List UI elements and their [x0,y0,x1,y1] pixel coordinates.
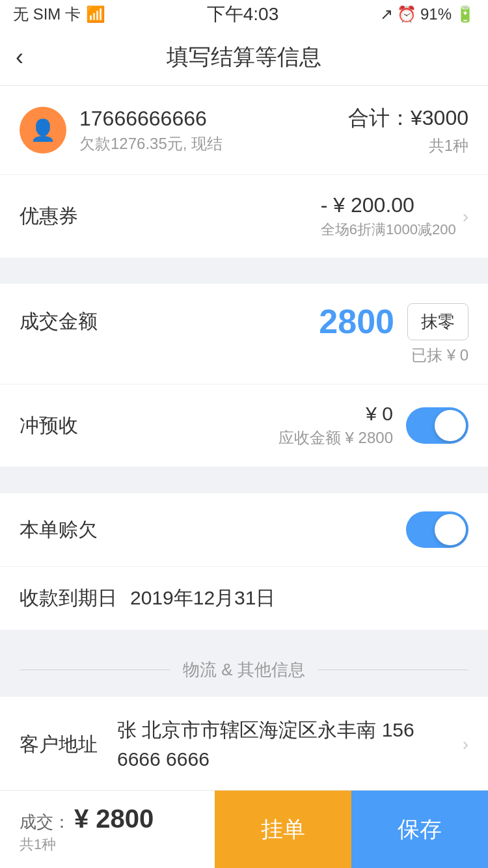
amount-sub: 已抹 ¥ 0 [20,345,468,366]
address-label: 客户地址 [20,731,98,758]
footer: 成交： ¥ 2800 共1种 挂单 保存 [0,790,488,868]
separator-2 [0,480,488,493]
debt-section: 本单赊欠 收款到期日 2019年12月31日 [0,493,488,630]
sep-line-left [20,670,170,670]
battery-icon: 🔋 [455,5,475,23]
debt-toggle-knob [435,514,466,545]
prereceive-row: 冲预收 ¥ 0 应收金额 ¥ 2800 [0,384,488,467]
location-icon: ↗ [380,5,393,23]
sep-line-right [318,670,468,670]
amount-row-wrapper: 成交金额 2800 抹零 已抹 ¥ 0 [0,284,488,384]
hold-button[interactable]: 挂单 [215,791,351,869]
debt-label: 本单赊欠 [20,517,98,543]
page-title: 填写结算等信息 [167,42,321,72]
coupon-right: - ¥ 200.00 全场6折满1000减200 › [321,193,468,239]
address-row[interactable]: 客户地址 张 北京市市辖区海淀区永丰南 156 6666 6666 › [0,697,488,792]
separator-1 [0,271,488,284]
status-time: 下午4:03 [207,2,279,27]
customer-row: 👤 17666666666 欠款1276.35元, 现结 合计：¥3000 共1… [0,86,488,174]
coupon-label: 优惠券 [20,203,78,230]
footer-deal-label: 成交： [20,811,70,834]
duedate-value: 2019年12月31日 [130,585,275,612]
amount-section: 成交金额 2800 抹零 已抹 ¥ 0 冲预收 ¥ 0 应收金额 ¥ 2800 [0,284,488,467]
coupon-discount: - ¥ 200.00 [321,193,456,217]
status-right: ↗ ⏰ 91% 🔋 [380,5,475,23]
address-value: 张 北京市市辖区海淀区永丰南 156 6666 6666 [117,715,463,774]
footer-count: 共1种 [20,835,195,854]
avatar: 👤 [20,107,66,154]
duedate-label: 收款到期日 [20,585,117,612]
customer-info: 17666666666 欠款1276.35元, 现结 [79,107,223,154]
amount-right: 2800 抹零 [319,302,468,341]
wifi-icon: 📶 [86,5,105,23]
chevron-right-icon: › [463,206,468,227]
save-button[interactable]: 保存 [351,791,488,869]
customer-left: 👤 17666666666 欠款1276.35元, 现结 [20,107,223,154]
logistics-label: 物流 & 其他信息 [183,658,305,681]
status-bar: 无 SIM 卡 📶 下午4:03 ↗ ⏰ 91% 🔋 [0,0,488,29]
prereceive-value: ¥ 0 [278,403,393,425]
debt-row: 本单赊欠 [0,493,488,566]
footer-deal-row: 成交： ¥ 2800 [20,804,195,834]
debt-toggle[interactable] [406,511,468,548]
customer-right: 合计：¥3000 共1种 [348,104,468,156]
round-button[interactable]: 抹零 [407,303,468,340]
total-count: 共1种 [348,135,468,156]
amount-value: 2800 [319,302,394,341]
prereceive-amounts: ¥ 0 应收金额 ¥ 2800 [278,403,393,448]
nav-bar: ‹ 填写结算等信息 [0,29,488,86]
duedate-row: 收款到期日 2019年12月31日 [0,566,488,630]
address-section: 客户地址 张 北京市市辖区海淀区永丰南 156 6666 6666 › [0,697,488,792]
amount-row: 成交金额 2800 抹零 [20,302,468,341]
footer-deal-amount: ¥ 2800 [74,804,154,834]
prereceive-toggle[interactable] [406,407,468,444]
customer-section: 👤 17666666666 欠款1276.35元, 现结 合计：¥3000 共1… [0,86,488,258]
battery-text: 91% [420,5,452,23]
logistics-separator: 物流 & 其他信息 [0,643,488,697]
avatar-icon: 👤 [30,118,56,142]
back-button[interactable]: ‹ [16,44,23,71]
coupon-row[interactable]: 优惠券 - ¥ 200.00 全场6折满1000减200 › [0,174,488,258]
address-chevron-icon: › [463,734,468,755]
total-amount: 合计：¥3000 [348,104,468,133]
footer-info: 成交： ¥ 2800 共1种 [0,804,215,854]
prereceive-right: ¥ 0 应收金额 ¥ 2800 [278,403,468,448]
status-left: 无 SIM 卡 📶 [13,4,105,25]
alarm-icon: ⏰ [397,5,416,23]
prereceive-sub: 应收金额 ¥ 2800 [278,427,393,448]
customer-sub: 欠款1276.35元, 现结 [79,133,223,154]
prereceive-label: 冲预收 [20,413,78,439]
toggle-knob [435,410,466,441]
coupon-desc: 全场6折满1000减200 [321,220,456,239]
amount-label: 成交金额 [20,308,98,335]
sim-text: 无 SIM 卡 [13,4,81,25]
customer-phone: 17666666666 [79,107,223,131]
